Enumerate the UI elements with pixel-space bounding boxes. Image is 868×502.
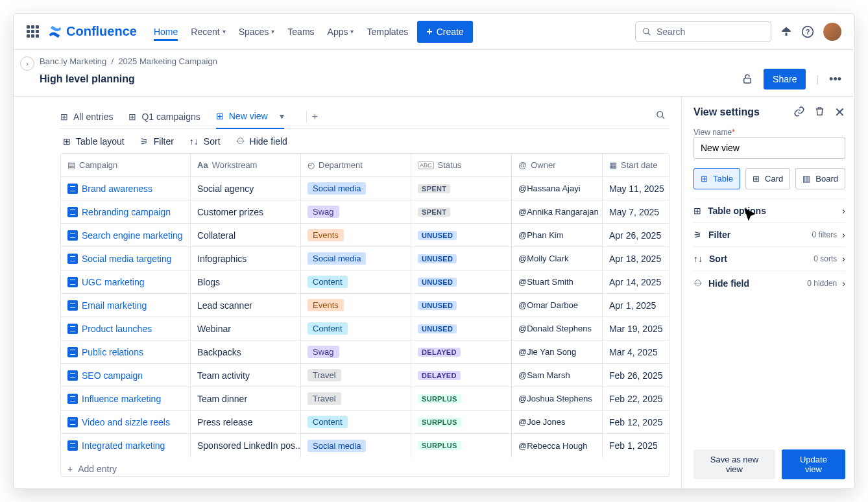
campaign-link[interactable]: Product launches	[82, 324, 152, 334]
col-startdate[interactable]: ▦Start date	[603, 154, 669, 176]
tab-new-view[interactable]: ⊞New view▾	[216, 104, 284, 129]
campaign-link[interactable]: Integrated marketing	[82, 440, 165, 451]
product-logo[interactable]: Confluence	[48, 24, 137, 39]
cell-owner[interactable]: @Joshua Stephens	[512, 387, 603, 410]
create-button[interactable]: +Create	[417, 21, 472, 43]
cell-owner[interactable]: @Phan Kim	[512, 224, 603, 246]
cell-department[interactable]: Content	[301, 411, 411, 433]
cell-startdate[interactable]: Mar 4, 2025	[603, 341, 669, 363]
cell-status[interactable]: UNUSED	[411, 294, 512, 317]
campaign-link[interactable]: Rebranding campaign	[82, 207, 171, 217]
add-entry-button[interactable]: +Add entry	[61, 457, 669, 477]
owner-mention[interactable]: @Sam Marsh	[518, 370, 570, 380]
cell-workstream[interactable]: Team dinner	[191, 387, 301, 410]
col-status[interactable]: ABCStatus	[411, 154, 512, 176]
cell-status[interactable]: SURPLUS	[411, 387, 512, 410]
table-layout-button[interactable]: ⊞Table layout	[63, 136, 125, 147]
cell-owner[interactable]: @Hassana Ajayi	[512, 177, 603, 200]
nav-home[interactable]: Home	[154, 23, 178, 41]
add-tab-button[interactable]: +	[306, 110, 323, 123]
cell-department[interactable]: Social media	[301, 434, 411, 457]
cell-workstream[interactable]: Sponsored LinkedIn pos...	[191, 434, 301, 457]
cell-owner[interactable]: @Rebecca Hough	[512, 434, 603, 457]
cell-campaign[interactable]: Product launches	[61, 317, 191, 340]
table-row[interactable]: Public relationsBackpacksSwagDELAYED@Jie…	[61, 341, 669, 364]
table-row[interactable]: Rebranding campaignCustomer prizesSwagSP…	[61, 200, 669, 224]
breadcrumb-page[interactable]: 2025 Marketing Campaign	[118, 56, 217, 66]
option-hide-field[interactable]: ⦵Hide field0 hidden›	[693, 270, 845, 295]
tab-all-entries[interactable]: ⊞All entries	[60, 105, 113, 128]
cell-department[interactable]: Events	[301, 224, 411, 246]
cell-campaign[interactable]: Public relations	[61, 341, 191, 363]
view-type-table[interactable]: ⊞Table	[693, 168, 740, 189]
app-switcher-icon[interactable]	[27, 25, 39, 38]
table-row[interactable]: Product launchesWebinarContentUNUSED@Don…	[61, 317, 669, 341]
campaign-link[interactable]: Brand awareness	[82, 184, 152, 194]
cell-status[interactable]: SURPLUS	[411, 411, 512, 433]
owner-mention[interactable]: @Joe Jones	[518, 417, 565, 427]
option-filter[interactable]: ⚞Filter0 filters›	[693, 222, 845, 246]
cell-startdate[interactable]: Apr 1, 2025	[603, 294, 669, 317]
share-button[interactable]: Share	[764, 69, 806, 90]
cell-owner[interactable]: @Stuart Smith	[512, 270, 603, 293]
table-row[interactable]: Influence marketingTeam dinnerTravelSURP…	[61, 387, 669, 411]
cell-campaign[interactable]: Video and sizzle reels	[61, 411, 191, 433]
cell-owner[interactable]: @Sam Marsh	[512, 364, 603, 387]
cell-startdate[interactable]: Apr 14, 2025	[603, 270, 669, 293]
cell-department[interactable]: Social media	[301, 247, 411, 270]
cell-status[interactable]: SPENT	[411, 200, 512, 223]
cell-startdate[interactable]: Feb 26, 2025	[603, 364, 669, 387]
campaign-link[interactable]: Search engine marketing	[82, 230, 183, 241]
cell-campaign[interactable]: Social media targeting	[61, 247, 191, 270]
table-row[interactable]: Integrated marketingSponsored LinkedIn p…	[61, 434, 669, 457]
col-workstream[interactable]: AaWorkstream	[191, 154, 301, 176]
link-icon[interactable]	[793, 106, 805, 119]
table-row[interactable]: Social media targetingInfographicsSocial…	[61, 247, 669, 270]
cell-workstream[interactable]: Social agency	[191, 177, 301, 200]
tab-q1-campaigns[interactable]: ⊞Q1 campaigns	[128, 105, 200, 128]
cell-department[interactable]: Content	[301, 270, 411, 293]
owner-mention[interactable]: @Jie Yan Song	[518, 347, 576, 357]
owner-mention[interactable]: @Annika Rangarajan	[518, 207, 599, 217]
table-row[interactable]: Brand awarenessSocial agencySocial media…	[61, 177, 669, 200]
filter-button[interactable]: ⚞Filter	[140, 136, 174, 147]
cell-workstream[interactable]: Webinar	[191, 317, 301, 340]
cell-owner[interactable]: @Jie Yan Song	[512, 341, 603, 363]
option-sort[interactable]: ↑↓Sort0 sorts›	[693, 246, 845, 270]
cell-status[interactable]: UNUSED	[411, 224, 512, 246]
table-row[interactable]: Email marketingLead scannerEventsUNUSED@…	[61, 294, 669, 317]
search-icon[interactable]	[656, 110, 666, 120]
cell-workstream[interactable]: Blogs	[191, 270, 301, 293]
nav-templates[interactable]: Templates	[367, 23, 408, 41]
cell-workstream[interactable]: Backpacks	[191, 341, 301, 363]
user-avatar[interactable]	[823, 23, 841, 41]
cell-department[interactable]: Events	[301, 294, 411, 317]
cell-campaign[interactable]: Rebranding campaign	[61, 200, 191, 223]
notification-icon[interactable]	[780, 26, 792, 38]
cell-status[interactable]: UNUSED	[411, 247, 512, 270]
cell-campaign[interactable]: UGC marketing	[61, 270, 191, 293]
cell-campaign[interactable]: Integrated marketing	[61, 434, 191, 457]
campaign-link[interactable]: Video and sizzle reels	[82, 417, 170, 427]
cell-department[interactable]: Travel	[301, 387, 411, 410]
owner-mention[interactable]: @Hassana Ajayi	[518, 184, 581, 193]
view-type-card[interactable]: ⊞Card	[745, 168, 790, 189]
sidebar-toggle-icon[interactable]: ›	[20, 56, 34, 71]
view-type-board[interactable]: ▥Board	[795, 168, 845, 189]
breadcrumb-space[interactable]: Banc.ly Marketing	[40, 56, 106, 66]
cell-workstream[interactable]: Infographics	[191, 247, 301, 270]
cell-owner[interactable]: @Donald Stephens	[512, 317, 603, 340]
campaign-link[interactable]: SEO campaign	[82, 370, 143, 381]
campaign-link[interactable]: Influence marketing	[82, 394, 161, 404]
sort-button[interactable]: ↑↓Sort	[189, 136, 221, 147]
cell-department[interactable]: Social media	[301, 177, 411, 200]
campaign-link[interactable]: Public relations	[82, 347, 143, 357]
campaign-link[interactable]: UGC marketing	[82, 277, 144, 287]
cell-startdate[interactable]: Feb 1, 2025	[603, 434, 669, 457]
cell-owner[interactable]: @Joe Jones	[512, 411, 603, 433]
cell-startdate[interactable]: Mar 19, 2025	[603, 317, 669, 340]
cell-owner[interactable]: @Omar Darboe	[512, 294, 603, 317]
table-row[interactable]: Video and sizzle reelsPress releaseConte…	[61, 411, 669, 434]
cell-status[interactable]: SURPLUS	[411, 434, 512, 457]
more-icon[interactable]: •••	[829, 73, 841, 86]
